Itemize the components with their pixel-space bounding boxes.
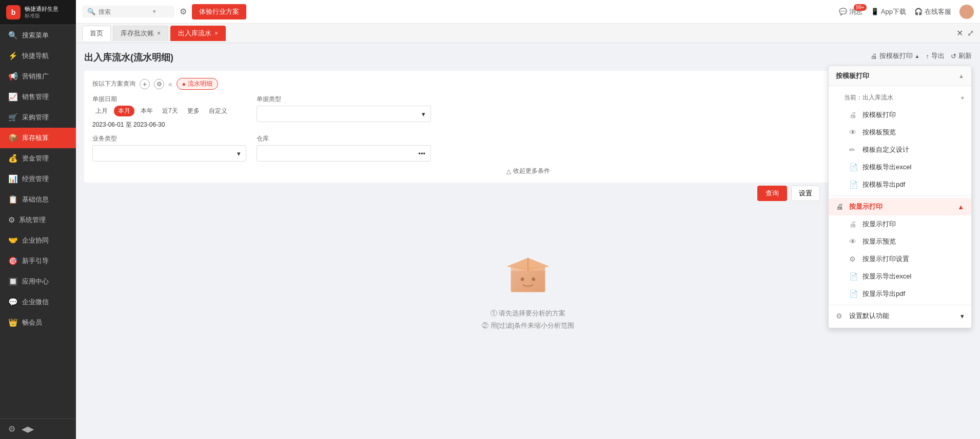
template-print-button[interactable]: 🖨 按模板打印 ▲ [871, 51, 920, 61]
dropdown-item-template-customize[interactable]: ✏ 模板自定义设计 [829, 141, 971, 158]
tab-inventory-close-icon[interactable]: × [157, 30, 161, 37]
date-option-custom[interactable]: 自定义 [206, 106, 230, 116]
sidebar-item-guide[interactable]: 🎯 新手引导 [0, 251, 76, 271]
industry-solution-button[interactable]: 体验行业方案 [192, 4, 246, 19]
edit-icon: ✏ [849, 146, 858, 154]
topbar-gear-icon[interactable]: ⚙ [180, 7, 187, 16]
sidebar-item-operations[interactable]: 📊 经营管理 [0, 169, 76, 189]
search-icon: 🔍 [87, 8, 95, 15]
app-download-button[interactable]: 📱 App下载 [871, 7, 906, 16]
warehouse-select[interactable]: ••• [257, 145, 431, 162]
user-avatar[interactable] [959, 5, 974, 19]
dropdown-item-label: 按显示打印 [863, 220, 896, 229]
search-input[interactable] [99, 8, 150, 15]
sidebar-item-label: 经营管理 [22, 174, 49, 184]
sidebar-item-marketing[interactable]: 📢 营销推广 [0, 66, 76, 87]
sidebar-item-enterprise-wx[interactable]: 💬 企业微信 [0, 292, 76, 312]
sidebar-item-app-center[interactable]: 🔲 应用中心 [0, 271, 76, 292]
tab-home-label: 首页 [90, 29, 103, 38]
svg-point-4 [521, 277, 524, 281]
active-filter-tag[interactable]: ● 流水明细 [177, 78, 218, 90]
customer-service-button[interactable]: 🎧 在线客服 [914, 7, 951, 16]
topbar: 🔍 ▾ ⚙ 体验行业方案 💬 消息 99+ 📱 App下载 🎧 在线客服 [76, 0, 980, 24]
topbar-right: 💬 消息 99+ 📱 App下载 🎧 在线客服 [839, 5, 974, 19]
printer-icon: 🖨 [849, 220, 858, 228]
collapse-filter-button[interactable]: « [168, 80, 172, 88]
query-button[interactable]: 查询 [757, 186, 787, 201]
sidebar-scroll: 🔍 搜索菜单 ⚡ 快捷导航 📢 营销推广 📈 销售管理 🛒 采购管理 📦 库存核… [0, 25, 76, 418]
dropdown-item-template-export-pdf[interactable]: 📄 按模板导出pdf [829, 176, 971, 193]
date-option-more[interactable]: 更多 [184, 106, 203, 116]
marketing-icon: 📢 [8, 72, 18, 81]
dropdown-chevron-up-icon[interactable]: ▲ [958, 73, 964, 79]
date-options: 上月 本月 本年 近7天 更多 自定义 [92, 106, 246, 116]
sidebar-item-inventory[interactable]: 📦 库存核算 [0, 128, 76, 148]
sidebar-item-finance[interactable]: 💰 资金管理 [0, 148, 76, 169]
dropdown-current-template: 当前：出入库流水 ▾ [829, 89, 971, 106]
export-button[interactable]: ↑ 导出 [926, 51, 945, 61]
dropdown-item-display-print-group[interactable]: 🖨 按显示打印 ▲ [829, 198, 971, 215]
date-option-7days[interactable]: 近7天 [159, 106, 181, 116]
collapse-sidebar-icon[interactable]: ◀▶ [22, 424, 34, 434]
tab-home[interactable]: 首页 [82, 26, 111, 41]
dropdown-item-label: 模板自定义设计 [863, 145, 909, 154]
filter-settings-button[interactable]: ⚙ [154, 79, 164, 89]
page-title: 出入库流水(流水明细) [84, 51, 972, 64]
dropdown-item-template-print[interactable]: 🖨 按模板打印 [829, 106, 971, 124]
sidebar-item-label: 企业微信 [22, 297, 49, 307]
dropdown-item-set-default[interactable]: ⚙ 设置默认功能 ▾ [829, 307, 971, 325]
sidebar-item-label: 系统管理 [19, 215, 46, 225]
date-option-this-month[interactable]: 本月 [114, 106, 134, 116]
dropdown-item-display-export-excel[interactable]: 📄 按显示导出excel [829, 268, 971, 285]
close-tab-button[interactable]: ✕ [956, 28, 963, 38]
search-box[interactable]: 🔍 ▾ [82, 6, 174, 17]
settings-gear-icon[interactable]: ⚙ [8, 424, 15, 434]
sidebar-item-label: 搜索菜单 [22, 31, 49, 40]
sidebar-item-search[interactable]: 🔍 搜索菜单 [0, 25, 76, 46]
business-type-select[interactable]: ▾ [92, 145, 246, 162]
chevron-up-icon: ▲ [957, 203, 964, 211]
filter-section-label: 按以下方案查询 [92, 79, 135, 88]
template-print-label: 按模板打印 [879, 51, 913, 61]
dropdown-item-display-print-settings[interactable]: ⚙ 按显示打印设置 [829, 250, 971, 268]
sidebar-item-basics[interactable]: 📋 基础信息 [0, 189, 76, 210]
dropdown-divider [829, 195, 971, 196]
date-option-this-year[interactable]: 本年 [138, 106, 156, 116]
sidebar-item-cooperation[interactable]: 🤝 企业协同 [0, 230, 76, 251]
tab-bar: 首页 库存批次账 × 出入库流水 × ✕ ⤢ [76, 24, 980, 43]
tab-inventory[interactable]: 库存批次账 × [113, 26, 168, 41]
dropdown-item-label: 按显示导出pdf [863, 289, 905, 298]
dropdown-item-label: 按模板预览 [863, 128, 896, 137]
message-badge: 99+ [854, 4, 867, 11]
inventory-icon: 📦 [8, 133, 18, 143]
sidebar-item-label: 库存核算 [22, 133, 49, 143]
date-option-last-month[interactable]: 上月 [92, 106, 111, 116]
phone-icon: 📱 [871, 8, 879, 15]
add-filter-button[interactable]: + [140, 79, 150, 89]
dropdown-item-template-preview[interactable]: 👁 按模板预览 [829, 124, 971, 141]
basics-icon: 📋 [8, 195, 18, 204]
main-area: 🔍 ▾ ⚙ 体验行业方案 💬 消息 99+ 📱 App下载 🎧 在线客服 [76, 0, 980, 439]
quick-nav-icon: ⚡ [8, 51, 18, 61]
settings-button[interactable]: 设置 [791, 186, 820, 201]
svg-point-5 [532, 277, 536, 281]
maximize-tab-button[interactable]: ⤢ [967, 28, 974, 38]
printer-icon: 🖨 [871, 52, 877, 60]
tab-flow[interactable]: 出入库流水 × [170, 26, 226, 41]
date-range-value: 2023-06-01 至 2023-06-30 [92, 121, 246, 129]
tab-flow-close-icon[interactable]: × [214, 30, 218, 37]
sidebar-item-member[interactable]: 👑 畅会员 [0, 312, 76, 333]
sidebar-item-system[interactable]: ⚙ 系统管理 [0, 210, 76, 230]
sidebar-item-purchase[interactable]: 🛒 采购管理 [0, 107, 76, 128]
message-button[interactable]: 💬 消息 99+ [839, 7, 863, 16]
dropdown-item-display-print[interactable]: 🖨 按显示打印 [829, 215, 971, 233]
voucher-type-select[interactable]: ▾ [257, 106, 431, 122]
sidebar-item-sales[interactable]: 📈 销售管理 [0, 87, 76, 107]
dropdown-item-display-export-pdf[interactable]: 📄 按显示导出pdf [829, 285, 971, 303]
refresh-button[interactable]: ↺ 刷新 [951, 51, 972, 61]
dropdown-item-display-preview[interactable]: 👁 按显示预览 [829, 233, 971, 250]
app-center-icon: 🔲 [8, 277, 18, 286]
dropdown-item-label: 按模板打印 [863, 110, 896, 119]
dropdown-item-template-export-excel[interactable]: 📄 按模板导出excel [829, 158, 971, 176]
sidebar-item-quick-nav[interactable]: ⚡ 快捷导航 [0, 46, 76, 66]
